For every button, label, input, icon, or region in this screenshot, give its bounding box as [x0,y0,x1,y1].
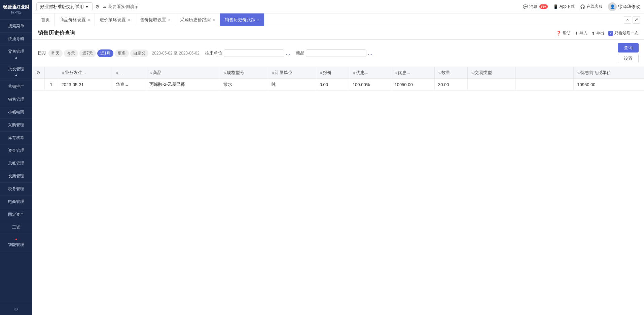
sidebar-item-purchase-mgmt[interactable]: 采购管理 [0,119,32,132]
module-selector[interactable]: 好业财标准版交付试用 ▼ [36,2,93,11]
sidebar-item-smart-mgmt[interactable]: ● 智能管理 [0,234,32,251]
sidebar-item-sales-mgmt[interactable]: 销售管理 [0,93,32,106]
settings-button[interactable]: 设置 [618,54,639,63]
col-header-qty[interactable]: ⇅ 数量 [434,67,467,79]
row-discount1: 100.00% [349,79,391,91]
top-bar: 好业财标准版交付试用 ▼ ⚙ ☁ 我要看实例演示 💬 消息 99+ 📱 App下… [32,0,644,13]
date-yesterday-btn[interactable]: 昨天 [48,49,63,57]
tab-sale-history-label: 销售历史价跟踪 [225,17,255,23]
table-row[interactable]: 1 2023-05-31 华查... 丙烯酸-2-乙基己酯 散水 吨 0.00 … [32,79,644,91]
phone-icon: 📱 [553,4,558,9]
tab-home[interactable]: 首页 [36,13,55,26]
tab-close-purchase-history[interactable]: × [213,18,215,22]
commodity-label: 商品 [296,50,305,56]
message-btn[interactable]: 💬 消息 99+ [523,4,548,9]
main-area: 好业财标准版交付试用 ▼ ⚙ ☁ 我要看实例演示 💬 消息 99+ 📱 App下… [32,0,644,315]
sidebar-settings-btn[interactable]: ⚙ [0,303,32,315]
col-header-gear[interactable]: ⚙ [32,67,44,79]
user-icon: 👤 [610,4,615,9]
sidebar-item-payroll[interactable]: 工资 [0,221,32,234]
col-header-biz-date[interactable]: ⇅ 业务发生... [58,67,112,79]
invoice-mgmt-label: 发票管理 [8,173,24,179]
sidebar-item-inventory[interactable]: 库存核算 [0,132,32,144]
module-name: 好业财标准版交付试用 [40,4,84,10]
sidebar-item-ledger-mgmt[interactable]: 总账管理 [0,157,32,170]
purchase-mgmt-label: 采购管理 [8,122,24,128]
date-custom-btn[interactable]: 自定义 [130,49,148,57]
sidebar-item-quick-nav[interactable]: 快捷导航 [0,33,32,45]
sidebar-item-ecomm-mgmt[interactable]: 电商管理 [0,196,32,208]
app-download-btn[interactable]: 📱 App下载 [553,4,575,9]
source-unit-input[interactable] [224,49,284,57]
help-icon: ❓ [556,31,561,36]
col-header-spacer [516,67,574,79]
sort-icon-spec: ⇅ [223,71,226,75]
message-icon: 💬 [523,4,528,9]
close-panel-btn[interactable]: × [624,16,631,24]
sidebar-item-wholesale-mgmt[interactable]: 批发管理 ▲ [0,63,32,80]
sidebar: 畅捷通好业财 标准版 搜索菜单 快捷导航 零售管理 ▲ 批发管理 ▲ 营销推广 … [0,0,32,315]
tab-commodity-price[interactable]: 商品价格设置 × [55,13,95,26]
query-button[interactable]: 查询 [618,43,639,53]
date-more-btn[interactable]: 更多 [115,49,129,57]
sort-asc-icon: ⇅ [62,71,64,75]
help-btn[interactable]: ❓ 帮助 [556,30,571,36]
smart-mgmt-label: 智能管理 [8,242,24,248]
tab-sale-history[interactable]: 销售历史价跟踪 × [220,13,264,26]
settings-icon[interactable]: ⚙ [95,4,100,9]
tab-purchase-strategy[interactable]: 进价策略设置 × [95,13,135,26]
commodity-more-btn[interactable]: … [368,50,372,56]
tab-purchase-history[interactable]: 采购历史价跟踪 × [175,13,220,26]
only-last-checkbox[interactable]: ✓ [608,31,613,36]
sort-icon-discount2: ⇅ [394,71,397,75]
user-info[interactable]: 👤 徐泽华修改 [608,2,640,11]
headset-icon: 🎧 [580,4,585,9]
sidebar-item-tax-mgmt[interactable]: 税务管理 [0,183,32,196]
date-last1month-btn[interactable]: 近1月 [97,49,114,57]
col-header-discount2[interactable]: ⇅ 优惠... [391,67,435,79]
payroll-label: 工资 [12,224,20,230]
col-header-pretax[interactable]: ⇅ 优惠前无税单价 [574,67,644,79]
col-header-spec[interactable]: ⇅ 规格型号 [220,67,268,79]
ecomm-light-label: 小畅电商 [8,109,24,115]
ledger-mgmt-label: 总账管理 [8,161,24,166]
col-header-unit[interactable]: ⇅ 计量单位 [268,67,316,79]
col-header-txn-type[interactable]: ⇅ 交易类型 [468,67,516,79]
sidebar-item-capital-mgmt[interactable]: 资金管理 [0,144,32,157]
sidebar-item-retail-mgmt[interactable]: 零售管理 ▲ [0,45,32,63]
col-header-extra[interactable]: ⇅ ... [112,67,146,79]
sidebar-item-search-menu[interactable]: 搜索菜单 [0,20,32,33]
table-header-row: ⚙ ⇅ 业务发生... ⇅ ... [32,67,644,79]
col-header-price[interactable]: ⇅ 报价 [316,67,349,79]
export-btn[interactable]: ⬆ 导出 [592,30,604,36]
only-last-check[interactable]: ✓ 只看最后一次 [608,30,639,36]
sidebar-item-fixed-assets[interactable]: 固定资产 [0,208,32,221]
commodity-input[interactable] [306,49,366,57]
date-buttons: 昨天 今天 近7天 近1月 更多 自定义 [48,49,148,57]
tab-close-commodity-price[interactable]: × [88,18,90,22]
col-header-discount1[interactable]: ⇅ 优惠... [349,67,391,79]
app-logo: 畅捷通好业财 标准版 [0,0,32,20]
sidebar-item-invoice-mgmt[interactable]: 发票管理 [0,170,32,183]
sort-icon-pretax: ⇅ [577,71,580,75]
source-unit-more-btn[interactable]: … [286,50,290,56]
sort-icon-discount1: ⇅ [353,71,355,75]
tab-close-sale-history[interactable]: × [257,18,259,22]
tab-close-sale-price-extract[interactable]: × [168,18,170,22]
demo-button[interactable]: ☁ 我要看实例演示 [102,4,139,10]
online-service-btn[interactable]: 🎧 在线客服 [580,4,603,9]
row-idx: 1 [44,79,58,91]
sidebar-item-marketing[interactable]: 营销推广 [0,80,32,93]
row-biz-date: 2023-05-31 [58,79,112,91]
date-today-btn[interactable]: 今天 [64,49,78,57]
sidebar-item-ecomm-light[interactable]: 小畅电商 [0,106,32,119]
tab-sale-price-extract[interactable]: 售价提取设置 × [135,13,175,26]
date-last7days-btn[interactable]: 近7天 [79,49,96,57]
import-btn[interactable]: ⬇ 导入 [575,30,587,36]
table-wrap: ⚙ ⇅ 业务发生... ⇅ ... [32,67,644,315]
search-menu-label: 搜索菜单 [8,23,24,29]
col-header-commodity[interactable]: ⇅ 商品 [146,67,220,79]
expand-panel-btn[interactable]: ⤢ [633,16,640,24]
quick-nav-label: 快捷导航 [8,36,24,42]
tab-close-purchase-strategy[interactable]: × [128,18,130,22]
